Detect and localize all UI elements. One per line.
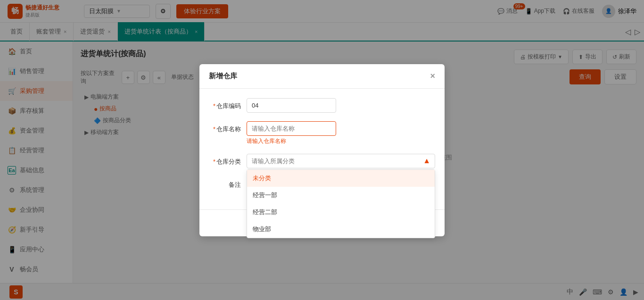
dialog-header: 新增仓库 ×	[199, 64, 445, 89]
form-row-code: 仓库编码	[209, 98, 435, 113]
category-option-uncategorized[interactable]: 未分类	[247, 170, 435, 187]
warehouse-code-input[interactable]	[247, 98, 336, 113]
category-input-wrapper: ▲ 未分类 经营一部 经营二部 物业部	[247, 154, 435, 168]
category-option-dept1[interactable]: 经营一部	[247, 187, 435, 204]
category-option-property[interactable]: 物业部	[247, 221, 435, 238]
name-label: 仓库名称	[209, 121, 247, 133]
code-input-wrapper	[247, 98, 435, 113]
category-dropdown: 未分类 经营一部 经营二部 物业部	[247, 169, 435, 238]
warehouse-name-input[interactable]	[247, 121, 336, 136]
note-label: 备注	[209, 177, 247, 189]
modal-overlay: 新增仓库 × 仓库编码 仓库名称 请输入仓库名称 仓库分类	[0, 0, 644, 300]
category-label: 仓库分类	[209, 154, 247, 166]
form-row-name: 仓库名称 请输入仓库名称	[209, 121, 435, 145]
name-input-wrapper: 请输入仓库名称	[247, 121, 435, 145]
category-option-dept2[interactable]: 经营二部	[247, 204, 435, 221]
dialog-body: 仓库编码 仓库名称 请输入仓库名称 仓库分类 ▲	[199, 89, 445, 209]
name-error-msg: 请输入仓库名称	[247, 137, 435, 145]
add-warehouse-dialog: 新增仓库 × 仓库编码 仓库名称 请输入仓库名称 仓库分类	[199, 64, 445, 236]
dialog-close-button[interactable]: ×	[430, 72, 435, 80]
category-dropdown-arrow[interactable]: ▲	[423, 157, 430, 165]
form-row-category: 仓库分类 ▲ 未分类 经营一部 经营二部 物业部	[209, 154, 435, 168]
warehouse-category-input[interactable]	[247, 154, 435, 168]
code-label: 仓库编码	[209, 98, 247, 110]
